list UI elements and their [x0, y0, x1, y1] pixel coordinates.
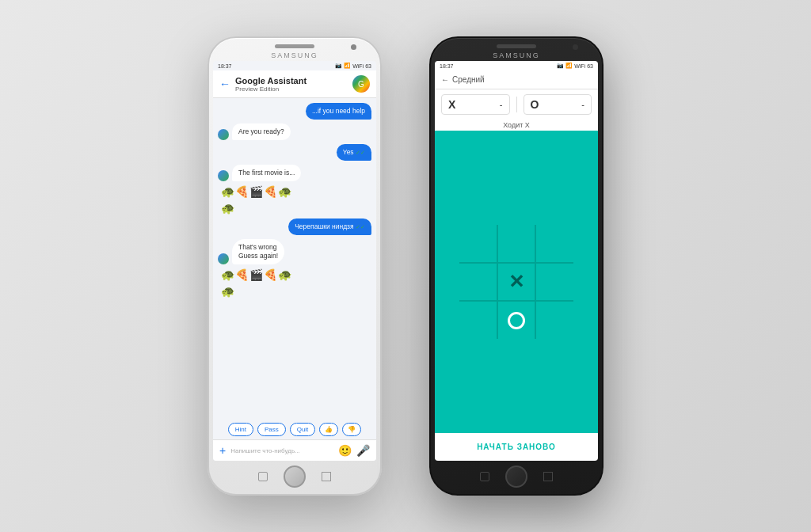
msg-row-4: Черепашки ниндзя ✓✓ — [218, 218, 371, 235]
assistant-avatar-header: G — [352, 75, 370, 93]
o-score-box: O - — [524, 94, 592, 115]
input-bar: + Напишите что-нибудь... 🙂 🎤 — [213, 439, 376, 461]
cell-7[interactable] — [497, 301, 535, 339]
ttt-header: ← Средний — [435, 70, 598, 89]
emoji-row-2: 🐢 — [218, 202, 371, 215]
right-time: 18:37 — [440, 63, 454, 69]
check-mark-2: ✓✓ — [356, 224, 365, 230]
assistant-avatar-3 — [218, 253, 229, 264]
cell-5[interactable] — [535, 263, 573, 301]
left-phone-bottom — [209, 461, 380, 494]
wifi-icon: WiFi — [352, 63, 364, 69]
header-info: Google Assistant Preview Edition — [235, 76, 348, 93]
bubble-ninja: Черепашки ниндзя ✓✓ — [288, 218, 371, 235]
check-mark: ✓✓ — [356, 150, 365, 155]
assistant-title: Google Assistant — [235, 76, 348, 86]
left-time: 18:37 — [218, 63, 232, 69]
left-phone-top — [209, 38, 380, 51]
left-home-button[interactable] — [284, 466, 306, 488]
emoji-icon[interactable]: 🙂 — [338, 444, 352, 457]
left-status-icons: 📷 📶 WiFi 63 — [335, 63, 371, 69]
cell-6[interactable] — [459, 301, 497, 339]
left-status-bar: 18:37 📷 📶 WiFi 63 — [213, 61, 376, 70]
right-phone: SAMSUNG 18:37 📷 📶 WiFi 63 ← Средний X — [429, 36, 603, 496]
hint-button[interactable]: Hint — [228, 423, 253, 436]
right-home-button[interactable] — [505, 466, 527, 488]
score-divider — [516, 97, 517, 112]
turn-indicator: Ходит X — [435, 120, 598, 131]
cell-2[interactable] — [535, 225, 573, 263]
score-row: X - O - — [435, 89, 598, 120]
right-nav-recents[interactable] — [543, 472, 553, 481]
right-screen: 18:37 📷 📶 WiFi 63 ← Средний X - — [435, 61, 598, 461]
o-mark-bottom — [508, 312, 525, 329]
ttt-screen: ← Средний X - O - Ходит X — [435, 70, 598, 461]
back-button-right[interactable]: ← — [441, 75, 449, 84]
bubble-movie: The first movie is... — [232, 165, 301, 181]
speaker-right — [497, 44, 536, 48]
difficulty-level: Средний — [452, 75, 485, 84]
camera-left — [351, 44, 356, 50]
assistant-avatar-1 — [218, 129, 229, 140]
assistant-avatar-2 — [218, 170, 229, 181]
msg-row-3: The first movie is... — [218, 165, 371, 181]
bubble-cut: ...if you need help — [306, 103, 371, 120]
x-mark-center: ✕ — [508, 271, 524, 293]
emoji-row-1: 🐢 🍕 🎬 🍕 🐢 — [218, 185, 371, 198]
o-score-value: - — [581, 100, 584, 109]
signal-icon: 📶 — [344, 63, 351, 69]
right-phone-top — [431, 38, 602, 51]
right-status-bar: 18:37 📷 📶 WiFi 63 — [435, 61, 598, 70]
cell-4[interactable]: ✕ — [497, 263, 535, 301]
right-camera-icon: 📷 — [557, 63, 564, 69]
cell-1[interactable] — [497, 225, 535, 263]
thumbs-up-button[interactable]: 👍 — [319, 423, 338, 436]
quit-button[interactable]: Quit — [290, 423, 316, 436]
bubble-yes: Yes ✓✓ — [337, 144, 371, 161]
o-symbol: O — [531, 98, 539, 111]
add-icon[interactable]: + — [219, 444, 226, 457]
mic-icon[interactable]: 🎤 — [356, 444, 370, 457]
right-wifi-icon: WiFi — [574, 63, 585, 69]
right-battery: 63 — [587, 63, 593, 69]
back-button-left[interactable]: ← — [219, 78, 230, 90]
right-nav-back[interactable] — [480, 472, 489, 481]
message-input[interactable]: Напишите что-нибудь... — [230, 447, 333, 454]
ttt-board-area: ✕ — [435, 131, 598, 433]
msg-row-5: That's wrongGuess again! — [218, 239, 371, 264]
right-signal-icon: 📶 — [565, 63, 573, 69]
assistant-subtitle: Preview Edition — [235, 86, 348, 93]
camera-icon: 📷 — [335, 63, 342, 69]
pass-button[interactable]: Pass — [257, 423, 286, 436]
right-status-icons: 📷 📶 WiFi 63 — [557, 63, 593, 69]
camera-right — [573, 44, 578, 50]
x-symbol: X — [448, 98, 455, 111]
action-buttons: Hint Pass Quit 👍 👎 — [213, 420, 376, 439]
cell-8[interactable] — [535, 301, 573, 339]
messenger-header: ← Google Assistant Preview Edition G — [213, 70, 376, 98]
right-samsung-logo: SAMSUNG — [493, 51, 540, 61]
emoji-row-4: 🐢 — [218, 285, 371, 298]
restart-button[interactable]: НАЧАТЬ ЗАНОВО — [435, 433, 598, 461]
msg-row-2: Yes ✓✓ — [218, 144, 371, 161]
emoji-row-3: 🐢 🍕 🎬 🍕 🐢 — [218, 268, 371, 281]
battery-left: 63 — [365, 63, 371, 69]
left-screen: 18:37 📷 📶 WiFi 63 ← Google Assistant Pre… — [213, 61, 376, 461]
messenger-screen: ← Google Assistant Preview Edition G ...… — [213, 70, 376, 461]
ttt-grid: ✕ — [459, 225, 573, 339]
left-nav-recents[interactable] — [322, 472, 331, 481]
left-nav-back[interactable] — [258, 472, 268, 481]
bubble-wrong: That's wrongGuess again! — [232, 239, 284, 264]
x-score-value: - — [500, 100, 503, 109]
speaker-left — [275, 44, 314, 48]
cell-3[interactable] — [459, 263, 497, 301]
left-phone: SAMSUNG 18:37 📷 📶 WiFi 63 ← Google Assis… — [208, 36, 382, 496]
msg-cut: ...if you need help — [218, 103, 371, 120]
msg-row-1: Are you ready? — [218, 124, 371, 140]
left-samsung-logo: SAMSUNG — [271, 51, 318, 61]
cell-0[interactable] — [459, 225, 497, 263]
right-phone-bottom — [431, 461, 602, 494]
bubble-ready: Are you ready? — [232, 124, 291, 140]
x-score-box: X - — [441, 94, 510, 115]
thumbs-down-button[interactable]: 👎 — [342, 423, 361, 436]
